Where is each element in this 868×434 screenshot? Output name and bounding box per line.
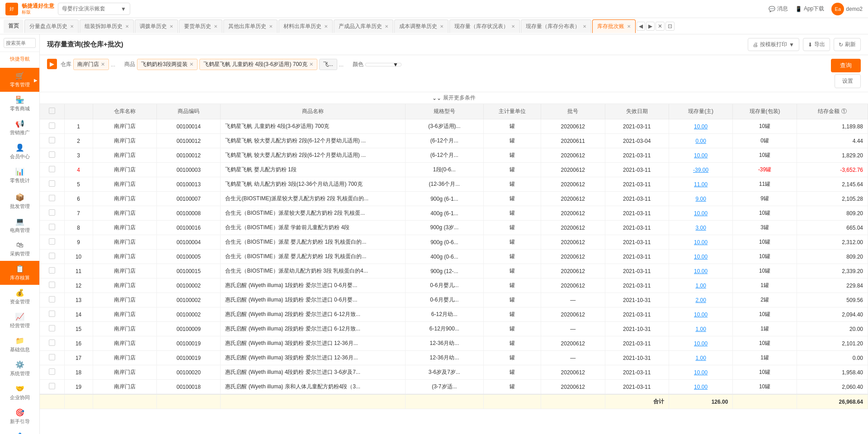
- sidebar-item-guide[interactable]: 🎯 新手引导: [0, 405, 39, 429]
- row-checkbox[interactable]: [49, 195, 55, 201]
- sidebar-quick-nav[interactable]: 快捷导航: [0, 52, 39, 66]
- warehouse-tag[interactable]: 南岸门店 ✕: [73, 59, 109, 70]
- cell-stock-main[interactable]: 10.00: [669, 119, 732, 134]
- search-input[interactable]: [4, 38, 36, 48]
- stock-main-link[interactable]: 10.00: [694, 123, 708, 130]
- cell-stock-main[interactable]: 9.00: [669, 192, 732, 206]
- row-checkbox[interactable]: [49, 368, 55, 375]
- cell-stock-main[interactable]: 1.00: [669, 278, 732, 293]
- tab-close-xiancun-status[interactable]: ✕: [511, 24, 515, 29]
- product-tag-2[interactable]: 飞鹤星飞帆 儿童奶粉 4段(3-6岁适用) 700克 ✕: [199, 59, 317, 70]
- stock-main-link[interactable]: 10.00: [694, 268, 708, 274]
- sidebar-item-enterprise-collab[interactable]: 🤝 企业协同: [0, 381, 39, 405]
- cell-stock-main[interactable]: 11.00: [669, 177, 732, 192]
- tab-close-chengben[interactable]: ✕: [440, 24, 443, 29]
- tab-qitachu[interactable]: 其他出库单历史 ✕: [223, 19, 278, 33]
- warehouse-more[interactable]: ...: [111, 61, 115, 68]
- row-checkbox[interactable]: [49, 123, 55, 129]
- row-checkbox[interactable]: [49, 180, 55, 187]
- color-dropdown[interactable]: ▼: [365, 63, 401, 66]
- tab-close-chancheng[interactable]: ✕: [385, 24, 388, 29]
- tab-close-xiancun-dist[interactable]: ✕: [583, 24, 586, 29]
- stock-main-link[interactable]: 10.00: [694, 239, 708, 245]
- cell-stock-main[interactable]: 1.00: [669, 322, 732, 336]
- sidebar-item-operation[interactable]: 📈 经营管理: [0, 309, 39, 333]
- product-more[interactable]: ...: [339, 61, 344, 68]
- product-tag-1[interactable]: 飞鹤奶粉3段两提装 ✕: [137, 59, 198, 70]
- tab-close-qitachu[interactable]: ✕: [269, 24, 273, 29]
- stock-main-link[interactable]: 11.00: [694, 181, 708, 188]
- sidebar-item-finance[interactable]: 💰 资金管理: [0, 285, 39, 309]
- sidebar-item-inventory[interactable]: 📋 库存核算: [0, 261, 39, 285]
- stock-main-link[interactable]: 3.00: [695, 225, 706, 231]
- app-download-button[interactable]: 📱 App下载: [795, 5, 824, 13]
- tab-xiancun-status[interactable]: 现存量（库存状况表） ✕: [449, 19, 520, 33]
- cell-stock-main[interactable]: 10.00: [669, 380, 732, 395]
- set-button[interactable]: 设置: [835, 74, 861, 88]
- cell-stock-main[interactable]: 10.00: [669, 264, 732, 278]
- stock-main-link[interactable]: 10.00: [694, 254, 708, 260]
- tab-xiancun-dist[interactable]: 现存量（库存分布表） ✕: [521, 19, 591, 33]
- stock-main-link[interactable]: -39.00: [693, 167, 708, 173]
- cell-stock-main[interactable]: 1.00: [669, 351, 732, 365]
- print-button[interactable]: 🖨 按模板打印 ▼: [748, 38, 799, 51]
- cell-stock-main[interactable]: 10.00: [669, 250, 732, 264]
- row-checkbox[interactable]: [49, 253, 55, 259]
- stock-main-link[interactable]: 10.00: [694, 340, 708, 347]
- cell-stock-main[interactable]: 10.00: [669, 148, 732, 163]
- export-button[interactable]: ⬇ 导出: [803, 38, 830, 51]
- stock-main-link[interactable]: 10.00: [694, 384, 708, 390]
- tab-kucun-batch[interactable]: 库存批次账 ✕: [592, 19, 636, 33]
- row-checkbox[interactable]: [49, 282, 55, 288]
- query-button[interactable]: 查询: [831, 59, 861, 72]
- row-checkbox[interactable]: [49, 296, 55, 302]
- filter-expand-arrow[interactable]: ▶: [47, 59, 57, 69]
- sidebar-item-basic-info[interactable]: 📁 基础信息: [0, 333, 39, 357]
- tab-diaoboh[interactable]: 调拨单历史 ✕: [135, 19, 178, 33]
- sidebar-item-system[interactable]: ⚙️ 系统管理: [0, 357, 39, 381]
- sidebar-item-app-center[interactable]: 🔷 应用中心: [0, 429, 39, 434]
- sidebar-item-wholesale[interactable]: 📦 批发管理: [0, 189, 39, 213]
- tab-fenpan[interactable]: 分量盘点单历史 ✕: [24, 19, 79, 33]
- row-checkbox[interactable]: [49, 383, 55, 389]
- row-checkbox[interactable]: [49, 224, 55, 230]
- row-checkbox[interactable]: [49, 238, 55, 245]
- cell-stock-main[interactable]: 3.00: [669, 221, 732, 235]
- stock-main-link[interactable]: 0.00: [695, 138, 706, 144]
- tab-nav-left[interactable]: ◀: [637, 22, 645, 31]
- row-checkbox[interactable]: [49, 267, 55, 274]
- row-checkbox[interactable]: [49, 340, 55, 346]
- stock-main-link[interactable]: 1.00: [695, 326, 706, 332]
- user-avatar-area[interactable]: Ea demo2: [831, 3, 863, 15]
- stock-main-link[interactable]: 10.00: [694, 210, 708, 217]
- stock-main-link[interactable]: 10.00: [694, 311, 708, 318]
- row-checkbox[interactable]: [49, 137, 55, 143]
- row-checkbox[interactable]: [49, 151, 55, 158]
- cell-stock-main[interactable]: 10.00: [669, 307, 732, 322]
- cell-stock-main[interactable]: 10.00: [669, 235, 732, 250]
- tab-close-all[interactable]: ✕: [656, 22, 665, 31]
- expand-more-bar[interactable]: ⌄⌄ 展开更多条件: [40, 92, 868, 104]
- sidebar-item-retail-stats[interactable]: 📊 零售统计: [0, 164, 39, 188]
- product-tag-2-close[interactable]: ✕: [309, 61, 313, 67]
- product-tag-1-close[interactable]: ✕: [189, 61, 193, 67]
- cell-stock-main[interactable]: -39.00: [669, 163, 732, 177]
- row-checkbox[interactable]: [49, 354, 55, 360]
- stock-main-link[interactable]: 2.00: [695, 297, 706, 303]
- cell-stock-main[interactable]: 2.00: [669, 293, 732, 307]
- tab-home[interactable]: 首页: [4, 19, 24, 33]
- tab-cailiao[interactable]: 材料出库单历史 ✕: [278, 19, 333, 33]
- stock-main-link[interactable]: 1.00: [695, 283, 706, 289]
- tab-zucheng[interactable]: 组装拆卸单历史 ✕: [80, 19, 134, 33]
- tab-close-zucheng[interactable]: ✕: [125, 24, 129, 29]
- sidebar-item-retail-mgmt[interactable]: 🛒 零售管理 ▶: [0, 68, 39, 92]
- stock-main-link[interactable]: 10.00: [694, 369, 708, 376]
- row-checkbox[interactable]: [49, 325, 55, 331]
- sidebar-item-retail-shop[interactable]: 🏪 零售商城: [0, 92, 39, 116]
- row-checkbox[interactable]: [49, 311, 55, 317]
- stock-main-link[interactable]: 9.00: [695, 196, 706, 202]
- sidebar-item-purchase[interactable]: 🛍 采购管理: [0, 237, 39, 261]
- tab-close-cailiao[interactable]: ✕: [324, 24, 328, 29]
- sidebar-item-marketing[interactable]: 📢 营销推广: [0, 116, 39, 140]
- tab-close-fenpan[interactable]: ✕: [70, 24, 74, 29]
